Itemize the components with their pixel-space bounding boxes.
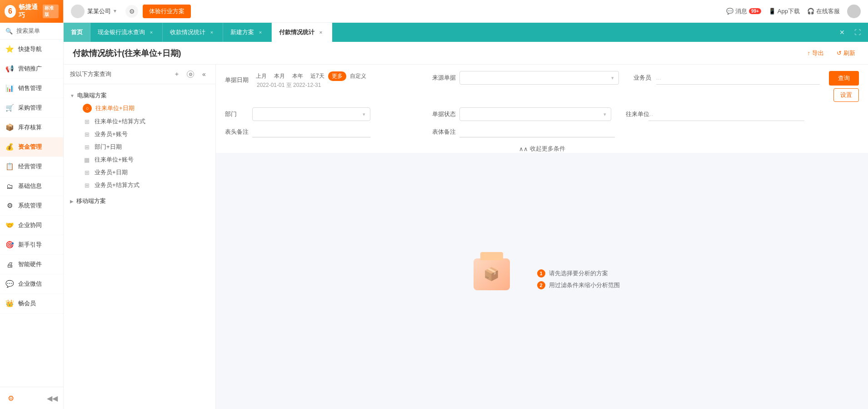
- sidebar-item-funds[interactable]: 💰 资金管理: [0, 137, 63, 157]
- sidebar-item-quick-nav[interactable]: ⭐ 快捷导航: [0, 40, 63, 59]
- scheme-item-label: 业务员+账号: [95, 130, 128, 138]
- body-note-input[interactable]: [459, 126, 615, 137]
- tab-home[interactable]: 首页: [64, 23, 90, 42]
- scheme-settings-button[interactable]: ⚙: [185, 69, 195, 79]
- topbar-settings-button[interactable]: ⚙: [125, 5, 138, 18]
- scheme-item-partner-date[interactable]: ○ 往来单位+日期: [70, 101, 209, 115]
- sidebar-item-marketing[interactable]: 📢 营销推广: [0, 59, 63, 79]
- scheme-add-button[interactable]: ＋: [172, 69, 182, 79]
- date-btn-more[interactable]: 更多: [328, 71, 346, 81]
- scheme-collapse-button[interactable]: «: [199, 69, 209, 79]
- date-btn-7days[interactable]: 近7天: [307, 71, 328, 81]
- sidebar-item-label: 企业协同: [18, 221, 42, 229]
- tab-receipt-stats[interactable]: 收款情况统计 ×: [163, 23, 223, 42]
- sidebar-item-label: 基础信息: [18, 182, 42, 190]
- operations-icon: 📋: [5, 162, 15, 172]
- dept-label: 部门: [225, 110, 252, 118]
- source-doc-label: 来源单据: [432, 74, 459, 82]
- scheme-item-salesman-settle[interactable]: ⊞ 业务员+结算方式: [70, 179, 209, 192]
- refresh-icon: ↺: [837, 50, 842, 56]
- partner-input[interactable]: ...: [649, 107, 805, 121]
- salesman-label: 业务员: [634, 74, 656, 82]
- settings-button[interactable]: 设置: [833, 88, 859, 102]
- tab-close-all-button[interactable]: ✕: [836, 26, 848, 38]
- refresh-label: 刷新: [843, 49, 855, 57]
- body-note-label: 表体备注: [432, 128, 459, 136]
- sidebar-collapse-button[interactable]: ◀◀: [46, 392, 59, 404]
- sidebar-item-basic-info[interactable]: 🗂 基础信息: [0, 177, 63, 196]
- notifications-badge: 99+: [749, 8, 761, 14]
- tab-payment-stats[interactable]: 付款情况统计 ×: [272, 23, 332, 42]
- scheme-item-partner-account[interactable]: ▦ 往来单位+账号: [70, 153, 209, 166]
- company-profile[interactable]: 某某公司 ▾: [71, 5, 121, 18]
- tab-close-bank-flow[interactable]: ×: [148, 29, 155, 36]
- date-btn-last-month[interactable]: 上月: [252, 71, 270, 81]
- sidebar-item-purchase[interactable]: 🛒 采购管理: [0, 98, 63, 118]
- sidebar-item-member[interactable]: 👑 畅会员: [0, 294, 63, 313]
- app-name: 畅捷通巧: [19, 3, 41, 20]
- source-doc-select[interactable]: ▾: [459, 71, 619, 85]
- scheme-item-dept-date[interactable]: ⊞ 部门+日期: [70, 141, 209, 153]
- date-btn-this-month[interactable]: 本月: [270, 71, 289, 81]
- collapse-more-button[interactable]: ∧∧ 收起更多条件: [225, 141, 859, 153]
- receipt-status-select[interactable]: ▾: [459, 107, 611, 121]
- chevron-down-icon: ▾: [363, 111, 365, 117]
- smart-hw-icon: 🖨: [5, 259, 15, 269]
- tab-close-new-scheme[interactable]: ×: [257, 29, 264, 36]
- salesman-input[interactable]: ...: [656, 71, 820, 85]
- scheme-item-partner-settle[interactable]: ⊞ 往来单位+结算方式: [70, 115, 209, 128]
- sidebar-footer: ⚙ ◀◀: [0, 387, 63, 409]
- sidebar-item-enterprise[interactable]: 🤝 企业协同: [0, 216, 63, 235]
- scheme-group-label: 电脑端方案: [77, 91, 107, 100]
- app-logo: 6: [5, 5, 16, 18]
- tab-maximize-button[interactable]: ⛶: [852, 26, 863, 38]
- online-service-button[interactable]: 🎧 在线客服: [807, 7, 840, 15]
- phone-icon: 📱: [768, 8, 776, 15]
- sidebar: 6 畅捷通巧 标准版 🔍 搜索菜单 ⭐ 快捷导航 📢 营销推广 📊 销售管理 🛒…: [0, 0, 64, 409]
- chevron-up-icon: ∧∧: [519, 146, 528, 152]
- notifications-button[interactable]: 💬 消息 99+: [726, 7, 761, 15]
- active-scheme-icon: ○: [83, 104, 92, 113]
- sidebar-item-new-guide[interactable]: 🎯 新手引导: [0, 235, 63, 255]
- scheme-group-desktop-header[interactable]: ▼ 电脑端方案: [70, 90, 209, 101]
- dept-select[interactable]: ▾: [252, 107, 370, 121]
- sidebar-item-smart-hw[interactable]: 🖨 智能硬件: [0, 255, 63, 274]
- date-btn-custom[interactable]: 自定义: [346, 71, 370, 81]
- company-dropdown-icon[interactable]: ▾: [114, 8, 121, 15]
- tab-bank-flow[interactable]: 现金银行流水查询 ×: [90, 23, 163, 42]
- scheme-item-salesman-account[interactable]: ⊞ 业务员+账号: [70, 128, 209, 141]
- sales-icon: 📊: [5, 83, 15, 93]
- sidebar-header: 6 畅捷通巧 标准版: [0, 0, 63, 23]
- scheme-group-mobile-header[interactable]: ▶ 移动端方案: [64, 195, 215, 207]
- export-button[interactable]: ↑ 导出: [804, 47, 828, 59]
- app-download-button[interactable]: 📱 App下载: [768, 7, 800, 15]
- funds-icon: 💰: [5, 142, 15, 152]
- notifications-label: 消息: [735, 7, 747, 15]
- scheme-item-label: 业务员+日期: [95, 168, 128, 177]
- tab-close-payment-stats[interactable]: ×: [317, 29, 324, 36]
- inventory-icon: 📦: [5, 122, 15, 132]
- header-note-input[interactable]: [252, 126, 370, 137]
- scheme-panel-header: 按以下方案查询 ＋ ⚙ «: [64, 65, 215, 84]
- step-2-number: 2: [537, 281, 545, 289]
- sidebar-item-enterprise-wechat[interactable]: 💬 企业微信: [0, 274, 63, 294]
- header-note-label: 表头备注: [225, 128, 252, 136]
- scheme-item-salesman-date[interactable]: ⊞ 业务员+日期: [70, 166, 209, 179]
- trial-button[interactable]: 体验行业方案: [143, 5, 191, 18]
- refresh-button[interactable]: ↺ 刷新: [833, 47, 859, 59]
- topbar-left: 某某公司 ▾ ⚙ 体验行业方案: [71, 5, 191, 18]
- sidebar-item-inventory[interactable]: 📦 库存核算: [0, 118, 63, 137]
- sidebar-item-label: 资金管理: [18, 143, 42, 151]
- tab-close-receipt-stats[interactable]: ×: [208, 29, 215, 36]
- sidebar-item-search-menu[interactable]: 🔍 搜索菜单: [0, 23, 63, 40]
- sidebar-item-sales[interactable]: 📊 销售管理: [0, 79, 63, 98]
- tab-label: 现金银行流水查询: [98, 28, 145, 36]
- sidebar-item-system[interactable]: ⚙ 系统管理: [0, 196, 63, 216]
- user-avatar[interactable]: [847, 5, 861, 18]
- sidebar-gear-button[interactable]: ⚙: [5, 392, 17, 404]
- grid-icon: ⊞: [83, 181, 91, 189]
- date-btn-this-year[interactable]: 本年: [289, 71, 307, 81]
- sidebar-item-operations[interactable]: 📋 经营管理: [0, 157, 63, 177]
- tab-new-scheme[interactable]: 新建方案 ×: [223, 23, 272, 42]
- query-button[interactable]: 查询: [829, 71, 859, 86]
